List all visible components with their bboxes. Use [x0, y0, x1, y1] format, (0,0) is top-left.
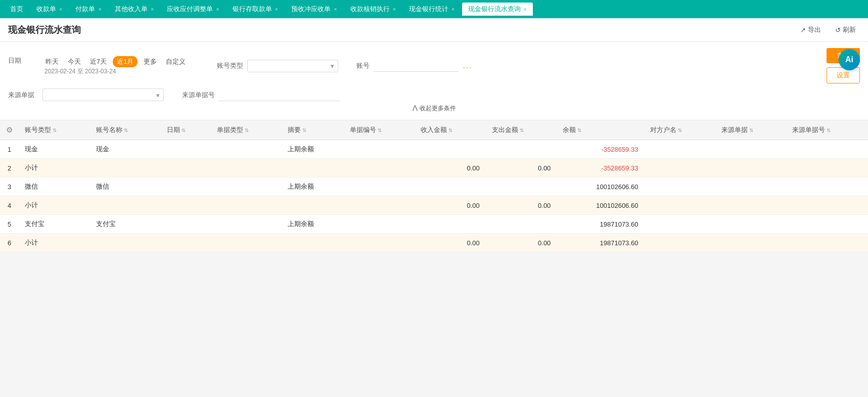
tab-label: 付款单 — [75, 5, 95, 14]
cell-settings: 6 — [0, 234, 19, 252]
date-opt-近7天[interactable]: 近7天 — [87, 56, 110, 67]
date-filter: 日期 昨天今天近7天近1月更多自定义 2023-02-24 至 2023-03-… — [8, 56, 189, 76]
cell-date — [161, 159, 211, 178]
date-opt-更多[interactable]: 更多 — [141, 56, 160, 67]
table-row: 2小计0.000.00-3528659.33 — [0, 159, 868, 178]
account-type-select[interactable] — [247, 60, 338, 72]
cell-source_doc — [715, 196, 787, 215]
tab-close-icon[interactable]: × — [216, 6, 219, 12]
cell-source_doc — [715, 140, 787, 159]
cell-expense — [486, 215, 557, 234]
nav-tab-收款核销执行[interactable]: 收款核销执行× — [344, 3, 402, 16]
cell-doc_type — [211, 196, 282, 215]
cell-date — [161, 234, 211, 252]
nav-tab-银行存取款单[interactable]: 银行存取款单× — [226, 3, 284, 16]
cell-source_doc_num — [786, 215, 868, 234]
tab-close-icon[interactable]: × — [451, 6, 454, 12]
cell-account_type: 小计 — [19, 234, 90, 252]
nav-tab-付款单[interactable]: 付款单× — [69, 3, 107, 16]
refresh-button[interactable]: ↺ 刷新 — [831, 23, 860, 36]
tab-close-icon[interactable]: × — [393, 6, 396, 12]
cell-settings: 3 — [0, 178, 19, 196]
cell-summary: 上期余额 — [282, 178, 344, 196]
table-row: 1现金现金上期余额-3528659.33 — [0, 140, 868, 159]
cell-expense — [486, 178, 557, 196]
date-opt-今天[interactable]: 今天 — [65, 56, 84, 67]
cell-source_doc — [715, 159, 787, 178]
cell-balance: 19871073.60 — [557, 215, 644, 234]
nav-home[interactable]: 首页 — [4, 3, 29, 16]
date-opt-自定义[interactable]: 自定义 — [163, 56, 189, 67]
tab-close-icon[interactable]: × — [98, 6, 101, 12]
filter-row-2: 来源单据 来源单据号 — [8, 89, 860, 101]
account-number-filter: 账号 ... — [356, 60, 472, 72]
table-row: 6小计0.000.0019871073.60 — [0, 234, 868, 252]
tab-close-icon[interactable]: × — [59, 6, 62, 12]
tab-close-icon[interactable]: × — [275, 6, 278, 12]
account-type-select-wrapper — [247, 60, 338, 72]
cell-counterpart — [644, 140, 715, 159]
cell-income — [415, 178, 486, 196]
cell-summary: 上期余额 — [282, 140, 344, 159]
cell-source_doc_num — [786, 234, 868, 252]
ai-label: Ai — [845, 55, 853, 64]
cell-date — [161, 215, 211, 234]
refresh-label: 刷新 — [843, 25, 856, 34]
cell-source_doc — [715, 234, 787, 252]
cell-expense: 0.00 — [486, 196, 557, 215]
cell-account_name: 支付宝 — [90, 215, 161, 234]
source-doc-select[interactable] — [42, 89, 164, 101]
nav-tab-现金银行流水查询[interactable]: 现金银行流水查询× — [462, 3, 533, 16]
table-container: ⚙账号类型⇅账号名称⇅日期⇅单据类型⇅摘要⇅单据编号⇅收入金额⇅支出金额⇅余额⇅… — [0, 120, 868, 252]
tab-close-icon[interactable]: × — [524, 6, 527, 12]
cell-source_doc — [715, 178, 787, 196]
cell-account_type: 小计 — [19, 159, 90, 178]
export-button[interactable]: ↗ 导出 — [796, 23, 825, 36]
cell-settings: 2 — [0, 159, 19, 178]
cell-source_doc — [715, 215, 787, 234]
col-header-expense: 支出金额⇅ — [486, 120, 557, 140]
cell-counterpart — [644, 196, 715, 215]
nav-tab-预收冲应收单[interactable]: 预收冲应收单× — [285, 3, 343, 16]
account-number-dots[interactable]: ... — [463, 61, 472, 70]
nav-tab-应收应付调整单[interactable]: 应收应付调整单× — [161, 3, 225, 16]
source-doc-number-input[interactable] — [219, 89, 340, 101]
date-opt-近1月[interactable]: 近1月 — [113, 56, 138, 67]
col-header-counterpart: 对方户名⇅ — [644, 120, 715, 140]
nav-tab-收款单[interactable]: 收款单× — [30, 3, 68, 16]
date-options-group: 昨天今天近7天近1月更多自定义 2023-02-24 至 2023-03-24 — [42, 56, 189, 76]
account-type-label: 账号类型 — [217, 61, 243, 70]
cell-doc_type — [211, 140, 282, 159]
gear-icon[interactable]: ⚙ — [6, 125, 13, 134]
date-label: 日期 — [8, 56, 38, 65]
collapse-bar[interactable]: ⋀ 收起更多条件 — [8, 101, 860, 114]
cell-balance: -3528659.33 — [557, 140, 644, 159]
col-header-date: 日期⇅ — [161, 120, 211, 140]
date-opt-昨天[interactable]: 昨天 — [42, 56, 62, 67]
cell-account_name — [90, 159, 161, 178]
col-header-income: 收入金额⇅ — [415, 120, 486, 140]
cell-account_name — [90, 234, 161, 252]
export-icon: ↗ — [800, 26, 806, 34]
cell-counterpart — [644, 234, 715, 252]
header-actions: ↗ 导出 ↺ 刷新 — [796, 23, 860, 36]
collapse-up-icon: ⋀ — [413, 104, 418, 113]
account-type-filter: 账号类型 — [217, 60, 338, 72]
tab-label: 现金银行统计 — [409, 5, 448, 14]
ai-badge[interactable]: Ai — [839, 49, 860, 70]
cell-settings: 4 — [0, 196, 19, 215]
cell-settings: 5 — [0, 215, 19, 234]
settings-button[interactable]: 设置 — [827, 67, 860, 83]
filter-row-1: 日期 昨天今天近7天近1月更多自定义 2023-02-24 至 2023-03-… — [8, 48, 860, 83]
source-doc-number-filter: 来源单据号 — [182, 89, 340, 101]
account-number-input[interactable] — [374, 60, 459, 72]
cell-doc_number — [344, 140, 415, 159]
tab-close-icon[interactable]: × — [151, 6, 154, 12]
nav-tab-其他收入单[interactable]: 其他收入单× — [109, 3, 160, 16]
tab-close-icon[interactable]: × — [334, 6, 337, 12]
cell-income: 0.00 — [415, 159, 486, 178]
cell-doc_number — [344, 178, 415, 196]
nav-tab-现金银行统计[interactable]: 现金银行统计× — [403, 3, 461, 16]
cell-expense: 0.00 — [486, 234, 557, 252]
table-row: 4小计0.000.00100102606.60 — [0, 196, 868, 215]
